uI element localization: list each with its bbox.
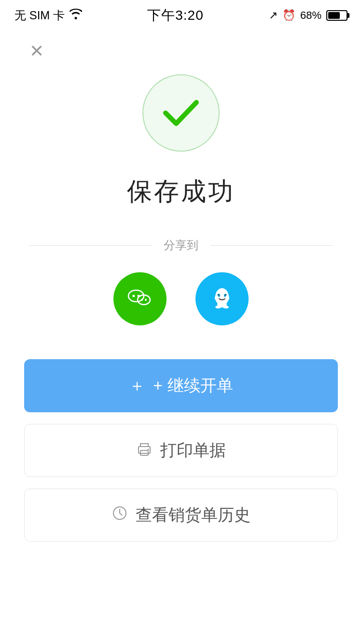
svg-point-8 [218,294,220,296]
svg-point-14 [215,306,221,308]
divider-right [210,245,333,246]
qq-share-button[interactable] [195,272,249,325]
status-right: ↗ ⏰ 68% [269,9,348,22]
success-section: 保存成功 [0,74,362,209]
share-icons [113,272,249,325]
qq-icon [207,283,237,314]
svg-point-1 [133,295,135,297]
status-left: 无 SIM 卡 [14,8,82,23]
alarm-icon: ⏰ [282,9,295,22]
print-button[interactable]: 打印单据 [24,424,338,477]
svg-point-12 [225,295,229,301]
history-button[interactable]: 查看销货单历史 [24,489,338,542]
divider-left [29,245,152,246]
svg-point-10 [225,294,226,296]
success-title: 保存成功 [127,175,235,209]
battery-label: 68% [300,9,321,22]
svg-point-11 [215,295,219,301]
svg-point-15 [223,306,229,308]
svg-point-5 [145,299,147,301]
wechat-share-button[interactable] [113,272,167,325]
status-bar: 无 SIM 卡 下午3:20 ↗ ⏰ 68% [0,0,362,31]
location-icon: ↗ [269,9,278,22]
plus-icon: ＋ [129,375,145,397]
svg-point-18 [148,448,149,450]
continue-label: + 继续开单 [153,375,233,397]
wechat-icon [125,283,155,314]
battery-icon [326,10,348,21]
buttons-section: ＋ + 继续开单 打印单据 查看销货单历史 [0,359,362,542]
svg-point-4 [141,299,143,301]
share-section: 分享到 [0,238,362,325]
share-divider: 分享到 [0,238,362,253]
print-label: 打印单据 [160,439,226,462]
close-icon: ✕ [29,42,44,60]
share-label: 分享到 [164,238,198,253]
history-label: 查看销货单历史 [136,504,251,526]
no-sim-label: 无 SIM 卡 [14,8,65,23]
close-button[interactable]: ✕ [24,39,49,64]
status-time: 下午3:20 [147,6,204,25]
continue-button[interactable]: ＋ + 继续开单 [24,359,338,412]
success-circle [142,74,220,152]
wifi-icon [70,9,82,22]
checkmark-icon [162,98,200,127]
printer-icon [136,441,153,460]
clock-icon [111,505,128,525]
